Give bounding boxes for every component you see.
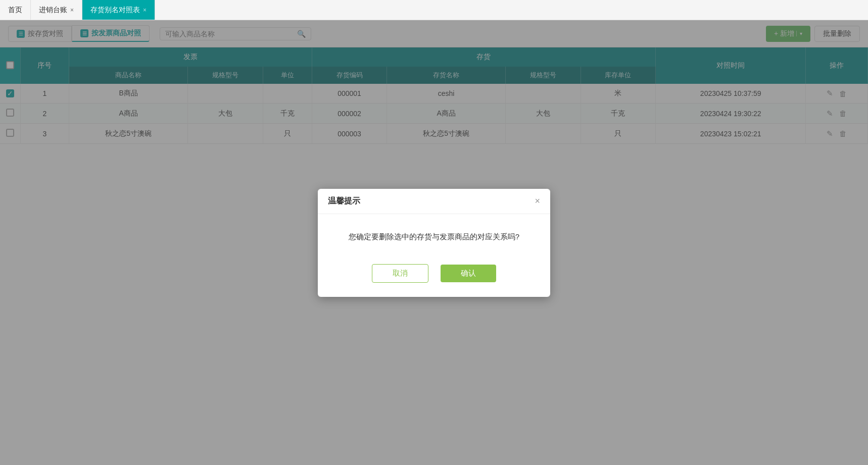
tab-ledger[interactable]: 进销台账 × [31, 0, 82, 20]
dialog-cancel-button[interactable]: 取消 [372, 264, 428, 283]
tab-home[interactable]: 首页 [0, 0, 31, 20]
tab-ledger-label: 进销台账 [39, 6, 67, 15]
main-content: ☰ 按存货对照 ☰ 按发票商品对照 🔍 + 新增 ▾ 批量删除 [0, 20, 868, 465]
dialog-body: 您确定要删除选中的存货与发票商品的对应关系吗? [318, 214, 550, 254]
dialog-title: 温馨提示 [328, 196, 360, 206]
overlay: 温馨提示 × 您确定要删除选中的存货与发票商品的对应关系吗? 取消 确认 [0, 20, 868, 465]
tab-inventory-close[interactable]: × [143, 7, 147, 14]
dialog-header: 温馨提示 × [318, 189, 550, 214]
tab-home-label: 首页 [8, 6, 22, 15]
confirm-dialog: 温馨提示 × 您确定要删除选中的存货与发票商品的对应关系吗? 取消 确认 [318, 189, 550, 297]
tab-inventory-label: 存货别名对照表 [90, 6, 140, 15]
tab-bar: 首页 进销台账 × 存货别名对照表 × [0, 0, 868, 20]
tab-ledger-close[interactable]: × [70, 7, 74, 14]
dialog-close-icon[interactable]: × [535, 196, 540, 205]
dialog-footer: 取消 确认 [318, 254, 550, 297]
tab-inventory[interactable]: 存货别名对照表 × [82, 0, 155, 20]
dialog-confirm-button[interactable]: 确认 [441, 265, 496, 282]
dialog-message: 您确定要删除选中的存货与发票商品的对应关系吗? [349, 232, 519, 241]
